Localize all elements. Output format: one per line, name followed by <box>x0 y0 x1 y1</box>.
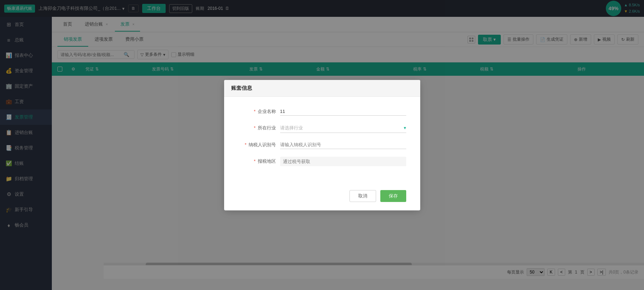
dialog-title: 账套信息 <box>224 80 420 97</box>
industry-label: * 所在行业 <box>238 125 280 131</box>
form-row-tax-region: * 报税地区 <box>238 157 406 166</box>
tax-region-input <box>280 157 406 166</box>
dialog-body: * 企业名称 * 所在行业 请选择行业 ▾ <box>224 97 420 184</box>
dialog-footer: 取消 保存 <box>224 184 420 210</box>
cancel-button[interactable]: 取消 <box>349 190 376 202</box>
account-info-dialog: 账套信息 * 企业名称 * 所在行业 请选择行 <box>224 80 420 210</box>
tax-id-label: * 纳税人识别号 <box>238 142 280 148</box>
chevron-down-icon: ▾ <box>404 125 406 130</box>
form-row-tax-id: * 纳税人识别号 <box>238 141 406 149</box>
tax-region-field <box>280 157 406 166</box>
tax-id-input[interactable] <box>280 141 406 149</box>
dialog-overlay: 账套信息 * 企业名称 * 所在行业 请选择行 <box>0 0 644 290</box>
tax-id-field <box>280 141 406 149</box>
industry-field: 请选择行业 ▾ <box>280 123 406 133</box>
industry-select[interactable]: 请选择行业 ▾ <box>280 123 406 133</box>
company-name-input[interactable] <box>280 107 406 116</box>
tax-region-label: * 报税地区 <box>238 158 280 164</box>
form-row-company-name: * 企业名称 <box>238 107 406 116</box>
company-name-field <box>280 107 406 116</box>
company-name-label: * 企业名称 <box>238 108 280 115</box>
form-row-industry: * 所在行业 请选择行业 ▾ <box>238 123 406 133</box>
save-button[interactable]: 保存 <box>380 190 406 202</box>
